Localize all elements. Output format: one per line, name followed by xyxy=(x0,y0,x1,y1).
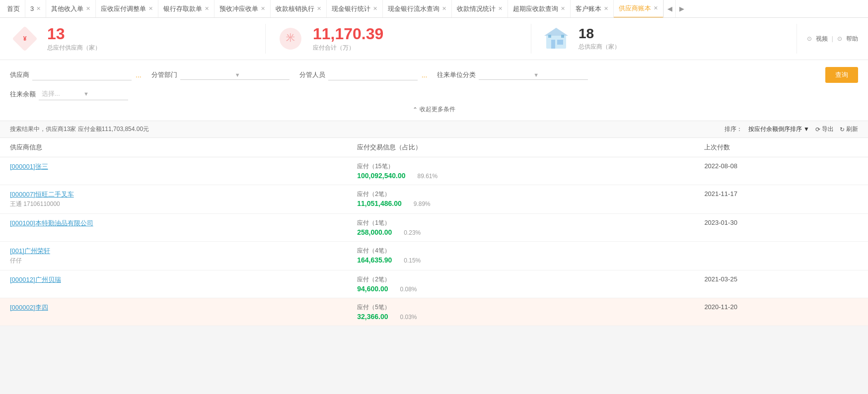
nav-tab-3[interactable]: 3 ✕ xyxy=(25,0,46,18)
last-payment-cell: 2023-01-30 xyxy=(694,214,868,242)
nav-tab-receipt-verify-close[interactable]: ✕ xyxy=(317,5,321,12)
nav-tab-3-label: 3 xyxy=(30,5,34,12)
supplier-sub-info: 仔仔 xyxy=(10,257,337,265)
balance-field: 往来余额 选择... ▼ xyxy=(10,88,128,100)
nav-tab-cash-bank-stat-close[interactable]: ✕ xyxy=(373,5,377,12)
dept-label: 分管部门 xyxy=(151,70,177,79)
nav-tab-cash-bank-stat[interactable]: 现金银行统计 ✕ xyxy=(327,0,383,18)
supplier-dots-btn[interactable]: ... xyxy=(136,71,142,79)
export-button[interactable]: ⟳ 导出 xyxy=(815,125,834,133)
nav-tab-receipt-stat-close[interactable]: ✕ xyxy=(498,5,503,12)
refresh-button[interactable]: ↻ 刷新 xyxy=(840,125,858,133)
supplier-info-cell: [000002]李四 xyxy=(0,298,347,326)
summary-total-suppliers-label: 总供应商（家） xyxy=(579,43,620,51)
nav-tab-home[interactable]: 首页 xyxy=(2,0,25,18)
nav-tab-other-income[interactable]: 其他收入单 ✕ xyxy=(46,0,96,18)
shop-icon xyxy=(541,24,571,54)
trans-info-cell: 应付（1笔）258,000.000.23% xyxy=(347,214,694,242)
category-select[interactable]: ▼ xyxy=(479,70,588,80)
trans-amount-value[interactable]: 258,000.00 xyxy=(357,228,392,236)
sort-label: 排序： xyxy=(724,125,742,133)
nav-tab-other-income-close[interactable]: ✕ xyxy=(86,5,90,12)
top-navigation: 首页 3 ✕ 其他收入单 ✕ 应收应付调整单 ✕ 银行存取款单 ✕ 预收冲应收单… xyxy=(0,0,868,18)
nav-tab-customer-ledger-close[interactable]: ✕ xyxy=(604,5,608,12)
trans-amount-value[interactable]: 94,600.00 xyxy=(357,285,388,293)
person-dots-btn[interactable]: ... xyxy=(422,71,428,79)
supplier-link[interactable]: [000001]张三 xyxy=(10,163,48,170)
nav-tab-cash-flow-query-close[interactable]: ✕ xyxy=(442,5,446,12)
person-input[interactable] xyxy=(328,69,418,80)
nav-tab-prepaid-charge[interactable]: 预收冲应收单 ✕ xyxy=(215,0,271,18)
table-row: [001]广州荣轩仔仔应付（4笔）164,635.900.15% xyxy=(0,242,868,270)
nav-tab-customer-ledger[interactable]: 客户账本 ✕ xyxy=(571,0,614,18)
nav-prev-arrow[interactable]: ◀ xyxy=(663,0,675,18)
balance-label: 往来余额 xyxy=(10,90,36,99)
supplier-info-cell: [000007]恒旺二手叉车王通 17106110000 xyxy=(0,185,347,214)
supplier-info-cell: [000100]本特勤油品有限公司 xyxy=(0,214,347,242)
supplier-link[interactable]: [000002]李四 xyxy=(10,304,48,311)
supplier-link[interactable]: [000100]本特勤油品有限公司 xyxy=(10,219,93,227)
nav-tab-supplier-ledger[interactable]: 供应商账本 ✕ xyxy=(614,0,663,18)
trans-amount-value[interactable]: 11,051,486.00 xyxy=(357,199,402,207)
person-field: 分管人员 ... xyxy=(299,69,428,80)
nav-tab-ar-ap-adjust-close[interactable]: ✕ xyxy=(148,5,153,12)
export-icon: ⟳ xyxy=(815,126,820,133)
trans-amount-value[interactable]: 164,635.90 xyxy=(357,256,392,264)
supplier-link[interactable]: [001]广州荣轩 xyxy=(10,247,50,255)
trans-count-label: 应付（4笔） xyxy=(357,247,684,255)
col-header-last-payment: 上次付数 xyxy=(694,138,868,157)
nav-tab-home-label: 首页 xyxy=(7,4,20,13)
trans-pct-value: 9.89% xyxy=(414,200,431,207)
trans-count-label: 应付（5笔） xyxy=(357,303,684,312)
dept-select[interactable]: ▼ xyxy=(180,70,289,80)
trans-info-cell: 应付（2笔）94,600.000.08% xyxy=(347,270,694,298)
sort-value-btn[interactable]: 按应付余额倒序排序 ▼ xyxy=(748,125,809,133)
summary-total-suppliers-value: 18 xyxy=(579,26,620,42)
last-payment-cell: 2021-03-25 xyxy=(694,270,868,298)
nav-tab-cash-flow-query[interactable]: 现金银行流水查询 ✕ xyxy=(383,0,452,18)
nav-tab-receipt-stat[interactable]: 收款情况统计 ✕ xyxy=(452,0,508,18)
supplier-input[interactable] xyxy=(32,69,132,80)
nav-tab-bank-deposit-label: 银行存取款单 xyxy=(163,4,202,13)
nav-tab-overdue-ar[interactable]: 超期应收款查询 ✕ xyxy=(508,0,571,18)
nav-tab-bank-deposit[interactable]: 银行存取款单 ✕ xyxy=(158,0,215,18)
wheat-icon: 米 xyxy=(276,24,305,54)
collapse-button[interactable]: ⌃ 收起更多条件 xyxy=(413,103,455,116)
video-link[interactable]: 视频 xyxy=(816,35,828,43)
category-field: 往来单位分类 ▼ xyxy=(437,70,588,80)
nav-tab-receipt-verify[interactable]: 收款核销执行 ✕ xyxy=(271,0,327,18)
nav-next-arrow[interactable]: ▶ xyxy=(675,0,687,18)
nav-tab-prepaid-charge-close[interactable]: ✕ xyxy=(261,5,265,12)
trans-amount-value[interactable]: 32,366.00 xyxy=(357,313,388,321)
nav-tab-ar-ap-adjust[interactable]: 应收应付调整单 ✕ xyxy=(96,0,158,18)
trans-count-label: 应付（2笔） xyxy=(357,190,684,198)
nav-tab-supplier-ledger-close[interactable]: ✕ xyxy=(653,5,658,11)
diamond-icon: ¥ xyxy=(10,24,40,54)
nav-tab-cash-flow-query-label: 现金银行流水查询 xyxy=(388,4,439,13)
trans-amount-value[interactable]: 100,092,540.00 xyxy=(357,172,405,180)
result-actions: 排序： 按应付余额倒序排序 ▼ ⟳ 导出 ↻ 刷新 xyxy=(724,125,858,133)
balance-select[interactable]: 选择... ▼ xyxy=(39,88,128,100)
nav-tab-customer-ledger-label: 客户账本 xyxy=(576,4,601,13)
supplier-link[interactable]: [000007]恒旺二手叉车 xyxy=(10,191,74,198)
svg-rect-6 xyxy=(557,40,563,45)
svg-text:¥: ¥ xyxy=(23,35,27,42)
summary-ap-amount-label: 应付合计（万） xyxy=(313,44,383,52)
supplier-link[interactable]: [000012]广州贝瑞 xyxy=(10,276,61,283)
last-payment-cell: 2022-08-08 xyxy=(694,157,868,185)
nav-tab-overdue-ar-close[interactable]: ✕ xyxy=(561,5,565,12)
table-header: 供应商信息 应付交易信息（占比） 上次付数 xyxy=(0,138,868,157)
table-body: [000001]张三应付（15笔）100,092,540.0089.61%202… xyxy=(0,157,868,326)
summary-bar: ¥ 13 总应付供应商（家） 米 11,170.39 应付合计（万） xyxy=(0,18,868,60)
table-row: [000001]张三应付（15笔）100,092,540.0089.61%202… xyxy=(0,157,868,185)
nav-tab-3-close[interactable]: ✕ xyxy=(36,5,41,12)
collapse-label: 收起更多条件 xyxy=(420,105,455,114)
table-wrapper: 供应商信息 应付交易信息（占比） 上次付数 [000001]张三应付（15笔）1… xyxy=(0,138,868,326)
summary-ap-amount-value: 11,170.39 xyxy=(313,25,383,43)
nav-tab-bank-deposit-close[interactable]: ✕ xyxy=(205,5,209,12)
supplier-field: 供应商 ... xyxy=(10,69,142,80)
table-row: [000012]广州贝瑞应付（2笔）94,600.000.08%2021-03-… xyxy=(0,270,868,298)
help-link[interactable]: 帮助 xyxy=(846,35,858,43)
table-row: [000100]本特勤油品有限公司应付（1笔）258,000.000.23%20… xyxy=(0,214,868,242)
query-button[interactable]: 查询 xyxy=(825,67,858,83)
